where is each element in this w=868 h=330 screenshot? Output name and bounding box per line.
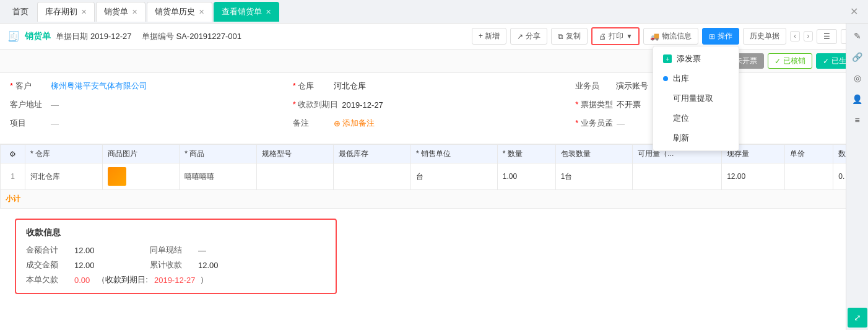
num-value: SA-20191227-001 (176, 32, 242, 41)
due-row: 本单欠款 0.00 （收款到期日: 2019-12-27 ） (26, 274, 274, 285)
warehouse-value: 河北仓库 (334, 80, 366, 92)
menu-item-refresh[interactable]: 刷新 (653, 128, 739, 148)
expand-sidebar-icon[interactable]: ⤢ (848, 308, 867, 328)
date-value: 2019-12-27 (90, 32, 132, 41)
due-suffix: （收款到期日: (97, 274, 148, 285)
list-sidebar-icon[interactable]: ≡ (848, 110, 867, 130)
col-qty: * 数量 (497, 145, 555, 163)
window-close-button[interactable]: ✕ (845, 4, 863, 19)
new-button[interactable]: + 新增 (472, 28, 506, 45)
print-icon: 🖨 (599, 32, 606, 41)
truck-icon: 🚚 (650, 32, 659, 41)
grid-icon: ⊞ (709, 32, 715, 41)
operations-button[interactable]: ⊞ 操作 (702, 28, 739, 45)
row-warehouse: 河北仓库 (25, 163, 103, 190)
copy-icon: ⧉ (558, 32, 563, 41)
address-label: 客户地址 (10, 99, 47, 110)
col-package-qty: 包装数量 (555, 145, 633, 163)
tab-close-inventory[interactable]: ✕ (81, 8, 87, 16)
customer-label: 客户 (10, 80, 47, 92)
edit-sidebar-icon[interactable]: ✎ (848, 26, 867, 46)
note-label: 备注 (293, 118, 330, 129)
tab-home[interactable]: 首页 (5, 2, 36, 22)
customer-field: 客户 柳州粤港平安气体有限公司 (10, 80, 293, 92)
project-value: — (51, 119, 59, 128)
payment-date-value: 2019-12-27 (342, 100, 383, 110)
product-table: ⚙ * 仓库 商品图片 * 商品 规格型号 最低库存 * 销售单位 * 数量 包… (0, 144, 868, 209)
payment-date-label: 收款到期日 (293, 99, 339, 110)
menu-item-add-invoice[interactable]: + 添发票 (653, 49, 739, 69)
settlement-value: — (198, 246, 206, 255)
payment-wrapper: 收款信息 金额合计 12.00 同单现结 — 成交金额 12.00 (0, 209, 868, 304)
subtotal-label: 小计 (1, 190, 868, 209)
history-button[interactable]: 历史单据 (743, 28, 786, 45)
nav-next-button[interactable]: › (804, 31, 813, 41)
tab-close-sales-history[interactable]: ✕ (199, 8, 204, 16)
view-list-button[interactable]: ☰ (817, 29, 837, 44)
share-button[interactable]: ↗ 分享 (510, 28, 547, 45)
already-cancelled-button[interactable]: ✓ 已核销 (768, 53, 812, 69)
tab-bar: 首页 库存期初 ✕ 销货单 ✕ 销货单历史 ✕ 查看销货单 ✕ ✕ (0, 0, 868, 24)
row-package-qty: 1台 (555, 163, 633, 190)
project-field: 项目 — (10, 118, 293, 129)
col-warehouse: * 仓库 (25, 145, 103, 163)
col-min-stock: 最低库存 (334, 145, 411, 163)
tab-close-sales[interactable]: ✕ (132, 8, 137, 16)
settlement-label: 同单现结 (150, 245, 193, 256)
ticket-type-value: 不开票 (617, 99, 641, 110)
amount-total-row: 金额合计 12.00 (26, 245, 150, 256)
right-sidebar: ✎ 🔗 ◎ 👤 ≡ ⤢ (846, 24, 868, 330)
staff2-value: — (617, 119, 625, 128)
menu-item-outbound[interactable]: 出库 (653, 69, 739, 89)
cumulative-label: 累计收款 (150, 259, 193, 271)
address-field: 客户地址 — (10, 99, 293, 110)
warehouse-field: 仓库 河北仓库 (293, 80, 576, 92)
toolbar-actions: + 新增 ↗ 分享 ⧉ 复制 🖨 打印 ▼ (472, 27, 861, 45)
due-value: 0.00 (74, 276, 90, 285)
product-thumbnail (108, 167, 126, 186)
nav-prev-button[interactable]: ‹ (790, 31, 799, 41)
staff2-label: 业务员孟 (575, 118, 613, 129)
payment-grid: 金额合计 12.00 同单现结 — 成交金额 12.00 累计收款 12.00 (26, 245, 326, 285)
add-note-button[interactable]: ⊕ 添加备注 (334, 118, 375, 129)
print-button[interactable]: 🖨 打印 ▼ (591, 27, 640, 45)
cumulative-row: 累计收款 12.00 (150, 259, 274, 271)
settlement-row: 同单现结 — (150, 245, 274, 256)
logistics-button[interactable]: 🚚 物流信息 (643, 28, 698, 45)
warehouse-label: 仓库 (293, 80, 330, 92)
plus-icon: ⊕ (334, 119, 341, 128)
person-sidebar-icon[interactable]: 👤 (848, 89, 867, 109)
menu-item-locate[interactable]: 定位 (653, 108, 739, 128)
link-sidebar-icon[interactable]: 🔗 (848, 47, 867, 67)
tab-close-view-sales[interactable]: ✕ (266, 8, 271, 16)
table-row: 1 河北仓库 嘻嘻嘻嘻 台 1.00 1台 12.00 (1, 163, 868, 190)
circle-sidebar-icon[interactable]: ◎ (848, 68, 867, 88)
tab-sales[interactable]: 销货单 ✕ (96, 2, 145, 22)
copy-button[interactable]: ⧉ 复制 (551, 28, 588, 45)
row-qty: 1.00 (497, 163, 555, 190)
col-product: * 商品 (180, 145, 257, 163)
menu-item-available-qty[interactable]: 可用量提取 (653, 89, 739, 108)
customer-value[interactable]: 柳州粤港平安气体有限公司 (51, 80, 147, 92)
date-label: 单据日期 (56, 31, 88, 42)
project-label: 项目 (10, 118, 47, 129)
address-value: — (51, 100, 59, 110)
col-spec: 规格型号 (256, 145, 334, 163)
product-table-container: ⚙ * 仓库 商品图片 * 商品 规格型号 最低库存 * 销售单位 * 数量 包… (0, 144, 868, 209)
col-unit: * 销售单位 (410, 145, 497, 163)
outbound-icon (663, 76, 668, 81)
payment-title: 收款信息 (26, 227, 326, 238)
amount-total-label: 金额合计 (26, 245, 69, 256)
row-unit: 台 (410, 163, 497, 190)
tab-view-sales[interactable]: 查看销货单 ✕ (214, 2, 279, 22)
due-label: 本单欠款 (26, 274, 69, 285)
payment-date-field: 收款到期日 2019-12-27 (293, 99, 576, 110)
row-num: 1 (1, 163, 25, 190)
tab-sales-history[interactable]: 销货单历史 ✕ (147, 2, 212, 22)
col-price: 单价 (784, 145, 833, 163)
col-gear[interactable]: ⚙ (1, 145, 25, 163)
transaction-value: 12.00 (74, 261, 95, 270)
row-product-img (102, 163, 180, 190)
due-date: 2019-12-27 (154, 276, 196, 285)
tab-inventory[interactable]: 库存期初 ✕ (37, 2, 95, 22)
